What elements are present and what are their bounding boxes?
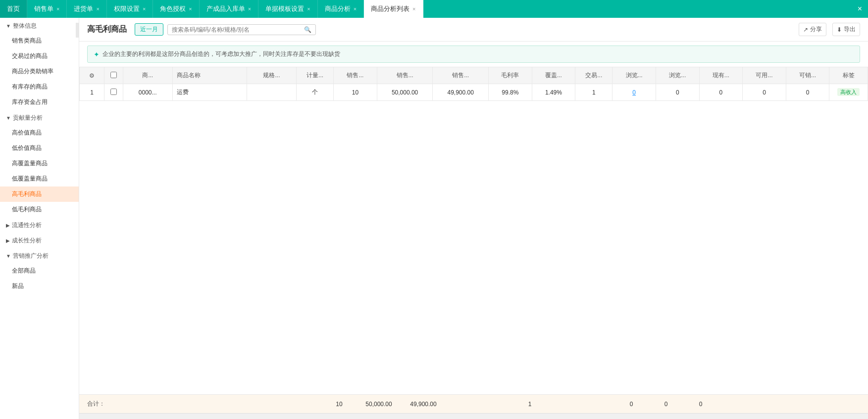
nav-tab-analysis[interactable]: 商品分析 ×	[318, 0, 364, 18]
sidebar-item-new-goods[interactable]: 新品	[0, 279, 79, 294]
table-row: 1 0000... 运费 个 10 50,000.00 49,900.00 99…	[80, 84, 868, 101]
col-header-stock-current[interactable]: 现有...	[699, 67, 743, 84]
cell-sales-qty: 10	[334, 84, 377, 101]
cell-coverage: 1.49%	[532, 84, 575, 101]
cell-no: 1	[80, 84, 104, 101]
search-box: 🔍	[167, 24, 316, 35]
cell-checkbox[interactable]	[104, 84, 123, 101]
close-purchase-tab[interactable]: ×	[96, 6, 99, 12]
footer-label: 合计：	[79, 400, 119, 408]
sidebar-item-traded-goods[interactable]: 交易过的商品	[0, 48, 79, 64]
cell-gross-rate: 99.8%	[489, 84, 532, 101]
nav-tab-home[interactable]: 首页	[0, 0, 27, 18]
export-icon: ⬇	[837, 26, 842, 33]
sidebar-item-low-value[interactable]: 低价值商品	[0, 140, 79, 156]
arrow-icon: ▶	[6, 223, 10, 228]
col-header-stock-avail[interactable]: 可用...	[743, 67, 786, 84]
sidebar-item-sales-goods[interactable]: 销售类商品	[0, 33, 79, 48]
col-header-sales-qty[interactable]: 销售...	[334, 67, 377, 84]
close-sales-tab[interactable]: ×	[56, 6, 59, 12]
sidebar-item-high-value[interactable]: 高价值商品	[0, 125, 79, 140]
close-analysis-tab[interactable]: ×	[354, 6, 357, 12]
nav-tab-roles[interactable]: 角色授权 ×	[153, 0, 199, 18]
footer-stock-sell: 0	[683, 401, 718, 408]
footer-sales-qty: 10	[322, 401, 357, 408]
footer-sales-amount: 50,000.00	[357, 401, 401, 408]
sidebar-group-flow[interactable]: ▶ 流通性分析	[0, 217, 79, 233]
col-header-trade[interactable]: 交易...	[575, 67, 613, 84]
cell-tag: 高收入	[829, 84, 868, 101]
col-header-code[interactable]: 商...	[123, 67, 172, 84]
footer-trade: 1	[515, 401, 545, 408]
main-layout: 《 ▼ 整体信息 销售类商品 交易过的商品 商品分类助销率 有库存的商品 库存资…	[0, 18, 868, 419]
col-header-browse1[interactable]: 浏览...	[613, 67, 656, 84]
nav-tab-purchase[interactable]: 进货单 ×	[67, 0, 106, 18]
search-input[interactable]	[172, 26, 304, 33]
col-header-settings[interactable]: ⚙	[80, 67, 104, 84]
col-header-coverage[interactable]: 覆盖...	[532, 67, 575, 84]
data-table: ⚙ 商... 商品名称 规格... 计量... 销售... 销售... 销售..…	[79, 67, 868, 101]
cell-browse1[interactable]: 0	[613, 84, 656, 101]
close-all-button[interactable]: ×	[852, 4, 868, 13]
col-header-gross-rate[interactable]: 毛利率	[489, 67, 532, 84]
sidebar-group-overall[interactable]: ▼ 整体信息	[0, 18, 79, 33]
search-icon[interactable]: 🔍	[304, 26, 311, 33]
col-header-unit[interactable]: 计量...	[297, 67, 334, 84]
sidebar-group-growth[interactable]: ▶ 成长性分析	[0, 233, 79, 248]
sidebar-collapse-button[interactable]: 《	[76, 23, 79, 38]
row-checkbox[interactable]	[110, 89, 117, 95]
table-container: ⚙ 商... 商品名称 规格... 计量... 销售... 销售... 销售..…	[79, 67, 868, 394]
nav-tab-sales[interactable]: 销售单 ×	[27, 0, 67, 18]
select-all-checkbox[interactable]	[110, 72, 117, 78]
cell-spec	[247, 84, 296, 101]
sidebar-item-low-coverage[interactable]: 低覆盖量商品	[0, 171, 79, 186]
sidebar-item-low-margin[interactable]: 低毛利商品	[0, 202, 79, 217]
sidebar-item-stock-capital[interactable]: 库存资金占用	[0, 94, 79, 110]
info-icon: ✦	[94, 50, 100, 58]
cell-sales-amount: 50,000.00	[377, 84, 433, 101]
sidebar-item-all-goods[interactable]: 全部商品	[0, 263, 79, 279]
filter-recent-month[interactable]: 近一月	[135, 23, 163, 36]
table-header-row: ⚙ 商... 商品名称 规格... 计量... 销售... 销售... 销售..…	[80, 67, 868, 84]
nav-tab-products[interactable]: 产成品入库单 ×	[200, 0, 258, 18]
footer-totals: 合计： 10 50,000.00 49,900.00 1 0 0 0	[79, 394, 868, 413]
cell-name: 运费	[172, 84, 247, 101]
close-products-tab[interactable]: ×	[248, 6, 251, 12]
sidebar-item-category-rate[interactable]: 商品分类助销率	[0, 64, 79, 79]
cell-sales-profit: 49,900.00	[433, 84, 489, 101]
info-banner: ✦ 企业的主要的利润都是这部分商品创造的，可考虑加大推广，同时关注库存是不要出现…	[87, 46, 860, 63]
col-header-spec[interactable]: 规格...	[247, 67, 296, 84]
col-header-sales-profit[interactable]: 销售...	[433, 67, 489, 84]
col-header-tag[interactable]: 标签	[829, 67, 868, 84]
share-button[interactable]: ↗ 分享	[799, 23, 826, 36]
col-header-sales-amount[interactable]: 销售...	[377, 67, 433, 84]
nav-tab-permissions[interactable]: 权限设置 ×	[107, 0, 153, 18]
tag-high-income: 高收入	[837, 88, 860, 96]
nav-tab-templates[interactable]: 单据模板设置 ×	[258, 0, 317, 18]
bottom-scrollbar[interactable]	[79, 413, 868, 419]
sidebar-group-contribution[interactable]: ▼ 贡献量分析	[0, 110, 79, 125]
sidebar-item-high-margin[interactable]: 高毛利商品	[0, 186, 79, 202]
close-analysis-list-tab[interactable]: ×	[412, 6, 415, 12]
arrow-icon: ▶	[6, 238, 10, 243]
sidebar-item-stock-goods[interactable]: 有库存的商品	[0, 79, 79, 94]
cell-trade: 1	[575, 84, 613, 101]
nav-tab-analysis-list[interactable]: 商品分析列表 ×	[364, 0, 423, 18]
close-permissions-tab[interactable]: ×	[143, 6, 146, 12]
close-roles-tab[interactable]: ×	[189, 6, 192, 12]
close-templates-tab[interactable]: ×	[307, 6, 310, 12]
content-area: 高毛利商品 近一月 🔍 ↗ 分享 ⬇ 导出 ✦ 企业的主	[79, 18, 868, 419]
top-navigation: 首页 销售单 × 进货单 × 权限设置 × 角色授权 × 产成品入库单 × 单据…	[0, 0, 868, 18]
export-button[interactable]: ⬇ 导出	[832, 23, 860, 36]
col-header-browse2[interactable]: 浏览...	[656, 67, 699, 84]
col-header-stock-sell[interactable]: 可销...	[786, 67, 829, 84]
content-header: 高毛利商品 近一月 🔍 ↗ 分享 ⬇ 导出	[79, 18, 868, 42]
col-header-name[interactable]: 商品名称	[172, 67, 247, 84]
page-title: 高毛利商品	[87, 24, 127, 35]
sidebar-item-high-coverage[interactable]: 高覆盖量商品	[0, 156, 79, 171]
sidebar-group-marketing[interactable]: ▼ 营销推广分析	[0, 248, 79, 263]
col-header-checkbox[interactable]	[104, 67, 123, 84]
arrow-icon: ▼	[6, 115, 11, 121]
share-icon: ↗	[803, 26, 808, 33]
cell-unit: 个	[297, 84, 334, 101]
